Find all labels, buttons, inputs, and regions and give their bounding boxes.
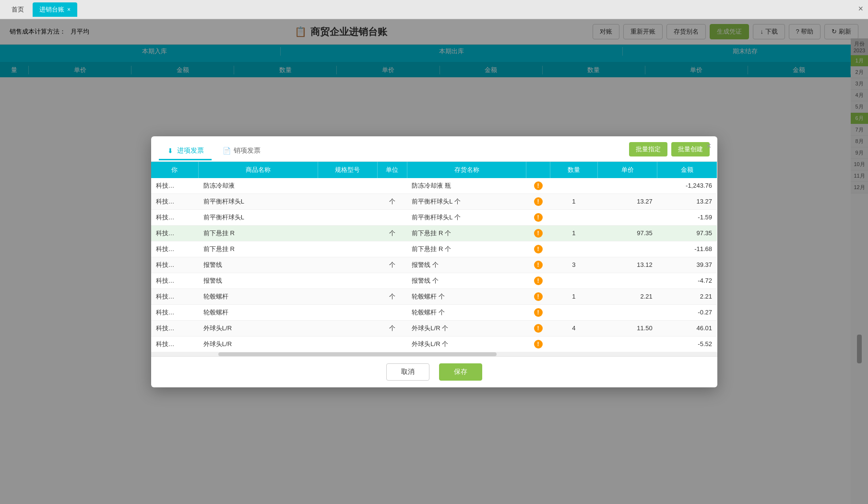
cell-price: 2.21 [598, 288, 657, 304]
cell-warning-icon: ! [526, 257, 550, 273]
cell-spec [318, 320, 377, 336]
cell-amount: -0.27 [657, 304, 717, 320]
cell-company: 科技… [151, 336, 199, 352]
modal-table-wrap: 你 商品名称 规格型号 单位 存货名称 数量 单价 金额 科技… [151, 162, 717, 352]
incoming-invoice-label: 进项发票 [177, 146, 204, 155]
cell-company: 科技… [151, 225, 199, 241]
cell-unit [377, 241, 407, 257]
cell-warning-icon: ! [526, 209, 550, 225]
table-row[interactable]: 科技… 前下悬挂 R 个 前下悬挂 R 个 ! 1 97.35 97.35 [151, 225, 717, 241]
cell-warning-icon: ! [526, 193, 550, 209]
table-row[interactable]: 科技… 轮毂螺杆 个 轮毂螺杆 个 ! 1 2.21 2.21 [151, 288, 717, 304]
warning-icon: ! [534, 292, 543, 301]
table-row[interactable]: 科技… 前平衡杆球头L 个 前平衡杆球头L 个 ! 1 13.27 13.27 [151, 193, 717, 209]
warning-icon: ! [534, 276, 543, 285]
table-row[interactable]: 科技… 报警线 报警线 个 ! -4.72 [151, 273, 717, 288]
tab-incoming-invoice[interactable]: ⬇ 进项发票 [159, 143, 212, 160]
cell-company: 科技… [151, 193, 199, 209]
cell-price [598, 273, 657, 288]
col-unit: 单位 [377, 162, 407, 178]
cell-amount: -11.68 [657, 241, 717, 257]
cell-spec [318, 225, 377, 241]
cell-qty: 1 [550, 288, 597, 304]
cell-product: 防冻冷却液 [199, 178, 318, 194]
batch-create-button[interactable]: 批量创建 [671, 142, 710, 156]
cell-amount: 46.01 [657, 320, 717, 336]
cell-price: 11.50 [598, 320, 657, 336]
tab-home[interactable]: 首页 [5, 2, 31, 17]
incoming-invoice-icon: ⬇ [166, 147, 174, 155]
cell-spec [318, 336, 377, 352]
cell-unit [377, 209, 407, 225]
modal-dialog: ⬇ 进项发票 📄 销项发票 批量指定 批量创建 × 你 [151, 136, 717, 387]
cell-product: 前平衡杆球头L [199, 193, 318, 209]
scrollbar-thumb[interactable] [218, 352, 497, 356]
tab-ledger[interactable]: 进销台账 × [33, 2, 77, 17]
warning-icon: ! [534, 261, 543, 269]
cell-product: 外球头L/R [199, 320, 318, 336]
table-scrollbar[interactable] [151, 352, 717, 356]
cancel-button[interactable]: 取消 [386, 363, 429, 381]
cell-amount: -1,243.76 [657, 178, 717, 194]
cell-amount: -1.59 [657, 209, 717, 225]
table-row[interactable]: 科技… 外球头L/R 外球头L/R 个 ! -5.52 [151, 336, 717, 352]
cell-qty [550, 273, 597, 288]
cell-unit: 个 [377, 320, 407, 336]
cell-spec [318, 257, 377, 273]
cell-spec [318, 241, 377, 257]
table-row[interactable]: 科技… 轮毂螺杆 轮毂螺杆 个 ! -0.27 [151, 304, 717, 320]
save-button[interactable]: 保存 [439, 363, 482, 381]
cell-company: 科技… [151, 241, 199, 257]
cell-qty: 4 [550, 320, 597, 336]
warning-icon: ! [534, 213, 543, 222]
cell-price: 97.35 [598, 225, 657, 241]
cell-qty [550, 336, 597, 352]
app-close-button[interactable]: × [858, 4, 863, 14]
tab-ledger-close[interactable]: × [67, 6, 71, 13]
cell-inventory: 外球头L/R 个 [407, 320, 526, 336]
col-product: 商品名称 [199, 162, 318, 178]
table-row[interactable]: 科技… 前下悬挂 R 前下悬挂 R 个 ! -11.68 [151, 241, 717, 257]
cell-company: 科技… [151, 257, 199, 273]
cell-price [598, 241, 657, 257]
cell-qty [550, 304, 597, 320]
cell-qty: 1 [550, 193, 597, 209]
outgoing-invoice-label: 销项发票 [234, 146, 261, 155]
modal-actions: 批量指定 批量创建 [629, 142, 710, 161]
invoice-table: 你 商品名称 规格型号 单位 存货名称 数量 单价 金额 科技… [151, 162, 717, 352]
cell-amount: 39.37 [657, 257, 717, 273]
tab-outgoing-invoice[interactable]: 📄 销项发票 [215, 143, 268, 160]
table-row[interactable]: 科技… 报警线 个 报警线 个 ! 3 13.12 39.37 [151, 257, 717, 273]
cell-product: 报警线 [199, 273, 318, 288]
col-price: 单价 [598, 162, 657, 178]
cell-product: 报警线 [199, 257, 318, 273]
cell-price [598, 336, 657, 352]
cell-price: 13.27 [598, 193, 657, 209]
cell-spec [318, 193, 377, 209]
cell-price [598, 304, 657, 320]
table-row[interactable]: 科技… 外球头L/R 个 外球头L/R 个 ! 4 11.50 46.01 [151, 320, 717, 336]
cell-product: 外球头L/R [199, 336, 318, 352]
cell-warning-icon: ! [526, 241, 550, 257]
cell-unit: 个 [377, 193, 407, 209]
modal-header: ⬇ 进项发票 📄 销项发票 批量指定 批量创建 × [151, 136, 717, 162]
warning-icon: ! [534, 245, 543, 253]
cell-amount: 2.21 [657, 288, 717, 304]
cell-warning-icon: ! [526, 178, 550, 194]
cell-unit [377, 273, 407, 288]
cell-qty [550, 209, 597, 225]
cell-company: 科技… [151, 320, 199, 336]
table-row[interactable]: 科技… 前平衡杆球头L 前平衡杆球头L 个 ! -1.59 [151, 209, 717, 225]
cell-warning-icon: ! [526, 288, 550, 304]
col-inventory: 存货名称 [407, 162, 526, 178]
tab-ledger-label: 进销台账 [39, 5, 64, 14]
cell-qty: 3 [550, 257, 597, 273]
cell-warning-icon: ! [526, 304, 550, 320]
modal-close-button[interactable]: × [706, 141, 712, 151]
cell-company: 科技… [151, 304, 199, 320]
batch-assign-button[interactable]: 批量指定 [629, 142, 667, 156]
table-row[interactable]: 科技… 防冻冷却液 防冻冷却液 瓶 ! -1,243.76 [151, 178, 717, 194]
cell-spec [318, 273, 377, 288]
cell-inventory: 前下悬挂 R 个 [407, 225, 526, 241]
cell-unit: 个 [377, 257, 407, 273]
